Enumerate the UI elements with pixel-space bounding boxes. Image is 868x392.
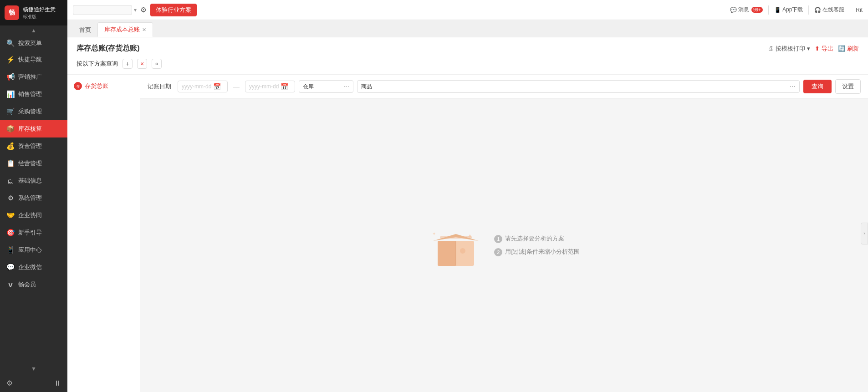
filter-collapse-button[interactable]: « (152, 59, 162, 69)
page-title: 库存总账(存货总账) (77, 44, 140, 53)
breadcrumb-input[interactable] (73, 5, 132, 15)
sidebar-item-purchase[interactable]: 🛒 采购管理 (0, 103, 67, 120)
industry-solution-button[interactable]: 体验行业方案 (150, 4, 197, 16)
sidebar-item-marketing[interactable]: 📢 营销推广 (0, 68, 67, 86)
empty-hint-2: 2 用[过滤]条件来缩小分析范围 (494, 248, 579, 256)
refresh-button[interactable]: 🔄 刷新 (838, 45, 859, 53)
tab-home[interactable]: 首页 (73, 23, 97, 37)
inventory-icon: 📦 (6, 125, 15, 133)
marketing-icon: 📢 (6, 73, 15, 81)
sidebar-item-label: 应用中心 (18, 246, 42, 254)
sidebar-item-operations[interactable]: 📋 经营管理 (0, 155, 67, 172)
empty-svg: ✦ ✦ (429, 218, 483, 273)
date-separator: — (233, 83, 240, 90)
sales-icon: 📊 (6, 90, 15, 98)
sidebar-item-label: 畅会员 (18, 280, 36, 289)
right-panel-close-button[interactable]: › (861, 223, 868, 244)
warehouse-select[interactable]: 仓库 ··· (299, 80, 353, 93)
filter-add-button[interactable]: + (123, 59, 133, 69)
sidebar-item-member[interactable]: V 畅会员 (0, 276, 67, 293)
sidebar-scroll-down[interactable]: ▼ (0, 364, 67, 374)
sidebar-item-guide[interactable]: 🎯 新手引导 (0, 224, 67, 241)
app-badge: 标准版 (23, 14, 56, 20)
app-download-button[interactable]: 📱 App下载 (774, 6, 803, 14)
filter-label: 按以下方案查询 (77, 60, 118, 68)
filter-bar: 记账日期 yyyy-mm-dd 📅 — yyyy-mm-dd 📅 仓库 ··· (140, 75, 868, 99)
svg-point-6 (460, 248, 465, 254)
tabbar: 首页 库存成本总账 ✕ (67, 20, 868, 37)
print-template-button[interactable]: 🖨 按模板打印 ▾ (768, 45, 810, 53)
topbar-user-area: 💬 消息 99+ 📱 App下载 🎧 在线客服 Rit (730, 5, 863, 15)
goods-select[interactable]: 商品 ··· (357, 80, 800, 93)
scheme-option-label: 存货总账 (85, 82, 108, 90)
empty-hint-2-num: 2 (494, 248, 502, 256)
sidebar-item-sales[interactable]: 📊 销售管理 (0, 86, 67, 103)
empty-hint-1: 1 请先选择要分析的方案 (494, 234, 579, 243)
purchase-icon: 🛒 (6, 107, 15, 116)
sidebar-item-label: 系统管理 (18, 194, 42, 202)
sidebar-item-search[interactable]: 🔍 搜索菜单 (0, 36, 67, 51)
quicknav-icon: ⚡ (6, 56, 15, 64)
query-button[interactable]: 查询 (803, 80, 832, 93)
message-badge: 99+ (751, 7, 763, 13)
date-end-cal-icon[interactable]: 📅 (281, 83, 288, 90)
print-chevron-icon: ▾ (807, 45, 810, 52)
sidebar-item-label: 快捷导航 (18, 56, 42, 64)
service-icon: 🎧 (814, 7, 821, 13)
goods-dots-icon[interactable]: ··· (790, 82, 796, 91)
app-download-label: App下载 (782, 6, 803, 14)
app-name: 畅捷通好生意 (23, 6, 56, 14)
sidebar-item-capital[interactable]: 💰 资金管理 (0, 137, 67, 155)
topbar-settings-button[interactable]: ⚙ (138, 4, 148, 16)
sidebar-item-system[interactable]: ⚙ 系统管理 (0, 189, 67, 207)
sidebar-item-label: 企业微信 (18, 263, 42, 271)
warehouse-dots-icon[interactable]: ··· (343, 82, 349, 91)
date-start-cal-icon[interactable]: 📅 (213, 83, 221, 90)
sidebar-item-basic[interactable]: 🗂 基础信息 (0, 172, 67, 189)
breadcrumb-chevron-icon[interactable]: ▾ (134, 7, 137, 13)
sidebar-item-quicknav[interactable]: ⚡ 快捷导航 (0, 51, 67, 68)
username-label[interactable]: Rit (856, 7, 863, 13)
guide-icon: 🎯 (6, 229, 15, 237)
message-button[interactable]: 💬 消息 99+ (730, 6, 763, 14)
tab-home-label: 首页 (79, 26, 91, 34)
enterprise-icon: 🤝 (6, 211, 15, 219)
sidebar-scroll-up[interactable]: ▲ (0, 25, 67, 36)
sidebar-item-appstore[interactable]: 📱 应用中心 (0, 241, 67, 259)
export-button[interactable]: ⬆ 导出 (815, 45, 833, 53)
operations-icon: 📋 (6, 159, 15, 168)
goods-label: 商品 (361, 83, 372, 91)
topbar-divider-2 (808, 5, 809, 15)
sidebar-footer: ⚙ ⏸ (0, 374, 67, 392)
topbar: ▾ ⚙ 体验行业方案 💬 消息 99+ 📱 App下载 🎧 在线客服 Rit (67, 0, 868, 20)
sidebar-item-wechat[interactable]: 💬 企业微信 (0, 259, 67, 276)
empty-hint-2-text: 用[过滤]条件来缩小分析范围 (505, 248, 579, 256)
empty-illustration: ✦ ✦ (429, 218, 483, 273)
app-download-icon: 📱 (774, 7, 781, 13)
system-icon: ⚙ (6, 194, 15, 202)
online-service-button[interactable]: 🎧 在线客服 (814, 6, 844, 14)
tab-close-icon[interactable]: ✕ (142, 27, 146, 33)
filter-del-button[interactable]: × (137, 59, 147, 69)
print-icon: 🖨 (768, 45, 774, 52)
sidebar-item-enterprise[interactable]: 🤝 企业协同 (0, 207, 67, 224)
sidebar-item-label: 企业协同 (18, 211, 42, 219)
topbar-divider-3 (850, 5, 850, 15)
settings-footer-icon[interactable]: ⚙ (6, 379, 13, 387)
sidebar-item-label: 库存核算 (18, 125, 42, 133)
svg-text:存: 存 (77, 85, 80, 88)
tab-inventory-ledger[interactable]: 库存成本总账 ✕ (97, 22, 153, 37)
warehouse-label: 仓库 (303, 83, 314, 91)
search-icon: 🔍 (6, 39, 15, 47)
sidebar-item-inventory[interactable]: 📦 库存核算 (0, 120, 67, 137)
date-start-input[interactable]: yyyy-mm-dd 📅 (178, 81, 228, 92)
empty-hint-1-text: 请先选择要分析的方案 (505, 234, 564, 243)
sidebar-logo: 畅 畅捷通好生意 标准版 (0, 0, 67, 25)
tab-inventory-ledger-label: 库存成本总账 (104, 25, 140, 34)
scheme-option-inventory[interactable]: 存 存货总账 (67, 78, 140, 94)
empty-state: ✦ ✦ 1 请先选择要分析的方案 2 用[过滤]条件来缩小分析范围 (140, 99, 868, 392)
setting-button[interactable]: 设置 (835, 79, 861, 94)
date-end-input[interactable]: yyyy-mm-dd 📅 (245, 81, 295, 92)
audio-footer-icon[interactable]: ⏸ (54, 379, 61, 387)
sidebar-item-label-search: 搜索菜单 (18, 39, 42, 47)
